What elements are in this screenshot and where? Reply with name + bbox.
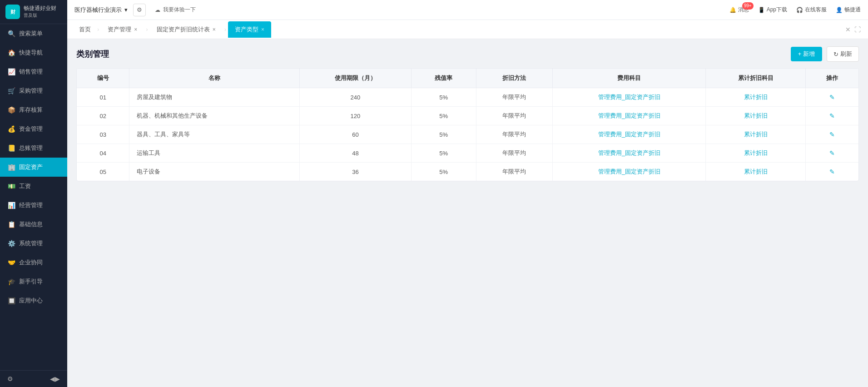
col-header-accumulated: 累计折旧科目 [706, 69, 806, 88]
sidebar-menu: 🔍 搜索菜单 🏠 快捷导航 📈 销售管理 🛒 采购管理 📦 库存核算 💰 资金管… [0, 24, 67, 370]
logo-icon: 财 [5, 5, 20, 19]
sidebar-item-operations[interactable]: 📊 经营管理 [0, 196, 67, 215]
customer-service-button[interactable]: 🎧 在线客服 [796, 6, 827, 14]
sidebar-item-quicknav[interactable]: 🏠 快捷导航 [0, 43, 67, 62]
cell-action[interactable]: ✎ [806, 163, 858, 181]
cell-period: 36 [300, 163, 412, 181]
tab-home[interactable]: 首页 [74, 25, 95, 34]
system-icon: ⚙️ [7, 239, 15, 248]
appstore-icon: 🔲 [7, 297, 15, 305]
sidebar: 财 畅捷通好业财 普及版 🔍 搜索菜单 🏠 快捷导航 📈 销售管理 🛒 采购管理… [0, 0, 67, 387]
module-settings-button[interactable]: ⚙ [133, 4, 146, 16]
window-close-button[interactable]: ✕ [845, 26, 851, 33]
sidebar-item-ledger[interactable]: 📒 总账管理 [0, 139, 67, 158]
cell-expense: 管理费用_固定资产折旧 [553, 125, 706, 144]
search-icon: 🔍 [7, 30, 15, 38]
data-table-wrapper: 编号 名称 使用期限（月） 残值率 折旧方法 费用科目 累计折旧科目 操作 01… [76, 68, 859, 181]
tab-depreciation-stats[interactable]: 固定资产折旧统计表 × [150, 21, 223, 38]
sidebar-item-salary[interactable]: 💵 工资 [0, 177, 67, 196]
window-controls: ✕ ⛶ [838, 26, 861, 33]
notifications-badge: 99+ [742, 2, 754, 10]
gear-icon: ⚙ [137, 6, 142, 13]
sidebar-item-sales[interactable]: 📈 销售管理 [0, 62, 67, 81]
cell-code: 03 [77, 125, 129, 144]
notifications-button[interactable]: 🔔 消息 99+ [729, 6, 749, 14]
experience-button[interactable]: ☁ 我要体验一下 [155, 6, 196, 14]
sidebar-item-label-search: 搜索菜单 [19, 30, 43, 38]
bell-icon: 🔔 [729, 7, 736, 13]
sidebar-item-appstore[interactable]: 🔲 应用中心 [0, 291, 67, 310]
sidebar-item-guide[interactable]: 🎓 新手引导 [0, 272, 67, 291]
page-header: 类别管理 + 新增 ↻ 刷新 [76, 46, 859, 62]
page-actions: + 新增 ↻ 刷新 [791, 46, 859, 62]
sidebar-item-label-guide: 新手引导 [19, 278, 43, 286]
sidebar-item-basics[interactable]: 📋 基础信息 [0, 215, 67, 234]
cell-accumulated: 累计折旧 [706, 125, 806, 144]
tab-asset-type[interactable]: 资产类型 × [228, 21, 271, 38]
settings-button[interactable]: ⚙ [7, 375, 13, 382]
fixed-asset-icon: 🏢 [7, 163, 15, 171]
cell-action[interactable]: ✎ [806, 107, 858, 125]
module-name: 医疗器械行业演示 [74, 6, 122, 14]
cell-action[interactable]: ✎ [806, 144, 858, 163]
cell-expense: 管理费用_固定资产折旧 [553, 144, 706, 163]
ledger-icon: 📒 [7, 144, 15, 152]
cell-name: 运输工具 [129, 144, 300, 163]
col-header-code: 编号 [77, 69, 129, 88]
sidebar-item-finance[interactable]: 💰 资金管理 [0, 119, 67, 139]
sidebar-item-label-sales: 销售管理 [19, 68, 43, 76]
guide-icon: 🎓 [7, 278, 15, 286]
sidebar-item-search[interactable]: 🔍 搜索菜单 [0, 24, 67, 43]
col-header-name: 名称 [129, 69, 300, 88]
collapse-button[interactable]: ◀▶ [50, 375, 60, 382]
sidebar-item-label-fixed: 固定资产 [19, 163, 43, 171]
cell-action[interactable]: ✎ [806, 88, 858, 107]
table-row: 03器具、工具、家具等605%年限平均管理费用_固定资产折旧累计折旧✎ [77, 125, 858, 144]
tab-asset-management[interactable]: 资产管理 × [101, 21, 144, 38]
cell-residual: 5% [411, 125, 476, 144]
sidebar-item-label-quicknav: 快捷导航 [19, 49, 43, 57]
cell-code: 01 [77, 88, 129, 107]
sidebar-item-label-system: 系统管理 [19, 239, 43, 248]
app-download-button[interactable]: 📱 App下载 [758, 6, 787, 14]
user-menu[interactable]: 👤 畅捷通 [836, 6, 861, 14]
dropdown-arrow-icon: ▾ [124, 6, 128, 13]
sidebar-item-collab[interactable]: 🤝 企业协同 [0, 253, 67, 272]
tab-close-depreciation[interactable]: × [213, 26, 216, 33]
headset-icon: 🎧 [796, 7, 803, 13]
tab-label-depreciation: 固定资产折旧统计表 [157, 25, 210, 34]
cell-code: 04 [77, 144, 129, 163]
sidebar-item-label-finance: 资金管理 [19, 125, 43, 133]
cell-residual: 5% [411, 88, 476, 107]
tab-close-asset-type[interactable]: × [261, 26, 264, 33]
sidebar-item-inventory[interactable]: 📦 库存核算 [0, 100, 67, 119]
customer-service-label: 在线客服 [805, 6, 827, 14]
module-selector[interactable]: 医疗器械行业演示 ▾ [74, 6, 128, 14]
col-header-expense: 费用科目 [553, 69, 706, 88]
cell-accumulated: 累计折旧 [706, 88, 806, 107]
table-row: 02机器、机械和其他生产设备1205%年限平均管理费用_固定资产折旧累计折旧✎ [77, 107, 858, 125]
logo-sub: 普及版 [24, 12, 56, 19]
add-button[interactable]: + 新增 [791, 47, 822, 61]
salary-icon: 💵 [7, 182, 15, 190]
home-icon: 🏠 [7, 49, 15, 57]
sidebar-item-label-collab: 企业协同 [19, 258, 43, 267]
cell-action[interactable]: ✎ [806, 125, 858, 144]
col-header-action: 操作 [806, 69, 858, 88]
col-header-period: 使用期限（月） [300, 69, 412, 88]
sidebar-item-fixed[interactable]: 🏢 固定资产 [0, 158, 67, 177]
main-area: 医疗器械行业演示 ▾ ⚙ ☁ 我要体验一下 🔔 消息 99+ 📱 App下载 🎧… [67, 0, 868, 387]
sidebar-item-purchase[interactable]: 🛒 采购管理 [0, 81, 67, 100]
sidebar-item-system[interactable]: ⚙️ 系统管理 [0, 234, 67, 253]
cell-period: 240 [300, 88, 412, 107]
tab-label-asset-type: 资产类型 [235, 25, 258, 34]
tab-close-asset[interactable]: × [134, 26, 137, 33]
sidebar-item-label-appstore: 应用中心 [19, 297, 43, 305]
cell-accumulated: 累计折旧 [706, 144, 806, 163]
operations-icon: 📊 [7, 201, 15, 209]
topbar-right: 🔔 消息 99+ 📱 App下载 🎧 在线客服 👤 畅捷通 [729, 6, 861, 14]
cell-method: 年限平均 [476, 88, 552, 107]
refresh-button[interactable]: ↻ 刷新 [827, 46, 859, 62]
window-maximize-button[interactable]: ⛶ [854, 26, 861, 33]
logo-text: 畅捷通好业财 [24, 5, 56, 12]
